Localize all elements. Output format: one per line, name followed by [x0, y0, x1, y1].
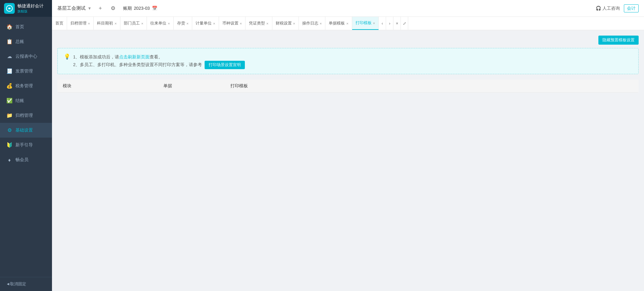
sidebar: 畅捷通好会计 旗舰版 🏠首页📋总账☁云报表中心🧾发票管理💰税务管理✅结账📁归档管…: [0, 0, 52, 291]
nav-label-guide: 新手引导: [15, 142, 33, 148]
refresh-link[interactable]: 点击刷新新页面: [119, 54, 150, 59]
topbar: 基层工会测试 ▼ ＋ ⚙ 账期 2023-03 📅 🎧 人工咨询 会计: [52, 0, 644, 17]
headset-icon: 🎧: [596, 6, 601, 11]
nav-icon-checkout: ✅: [6, 97, 13, 104]
org-name: 基层工会测试: [57, 5, 86, 11]
tab-label: 凭证类型: [249, 20, 265, 26]
sidebar-unpin[interactable]: ◄取消固定: [0, 277, 52, 291]
period-value: 2023-03: [134, 6, 150, 11]
nav-label-ledger: 总账: [15, 39, 24, 45]
tab-close-btn[interactable]: ×: [240, 21, 242, 26]
sidebar-item-guide[interactable]: 🔰新手引导: [0, 138, 52, 152]
hide-template-btn[interactable]: 隐藏预置模板设置: [598, 36, 639, 45]
tab-close-btn[interactable]: ×: [114, 21, 116, 26]
tab-部门员工[interactable]: 部门员工 ×: [120, 17, 147, 30]
tab-close-btn[interactable]: ×: [213, 21, 215, 26]
tab-label: 操作日志: [302, 20, 318, 26]
tab-scroll-left-btn[interactable]: ‹: [379, 17, 386, 30]
nav-icon-member: ♦: [6, 156, 13, 163]
tab-label: 首页: [55, 20, 63, 26]
action-bar: 隐藏预置模板设置: [57, 36, 639, 45]
nav-label-invoice: 发票管理: [15, 68, 33, 74]
nav-icon-archive: 📁: [6, 112, 13, 119]
tip-box: 💡 1、模板添加成功后，请点击刷新新页面查看。 2、多员工、多打印机、多种业务类…: [57, 48, 639, 74]
nav-icon-guide: 🔰: [6, 142, 13, 148]
tab-label: 币种设置: [222, 20, 238, 26]
tab-expand-btn[interactable]: ⤢: [401, 17, 408, 30]
sidebar-item-archive[interactable]: 📁归档管理: [0, 108, 52, 123]
tab-凭证类型[interactable]: 凭证类型 ×: [246, 17, 272, 30]
tab-close-btn[interactable]: ×: [346, 21, 348, 26]
tab-往来单位[interactable]: 往来单位 ×: [147, 17, 173, 30]
kuaiji-badge[interactable]: 会计: [624, 4, 639, 12]
tip-line2: 2、多员工、多打印机、多种业务类型设置不同打印方案等，请参考 打印场景设置宣明: [73, 61, 245, 69]
tip-line1: 1、模板添加成功后，请点击刷新新页面查看。: [73, 53, 245, 61]
tab-close-all-btn[interactable]: ×: [393, 17, 401, 30]
tab-close-btn[interactable]: ×: [168, 21, 170, 26]
nav-label-basic-settings: 基础设置: [15, 127, 33, 133]
nav-icon-cloud-report: ☁: [6, 53, 13, 60]
tab-close-btn[interactable]: ×: [186, 21, 189, 26]
tip-row: 💡 1、模板添加成功后，请点击刷新新页面查看。 2、多员工、多打印机、多种业务类…: [64, 53, 632, 69]
topbar-right: 🎧 人工咨询 会计: [596, 4, 639, 12]
period-label: 账期: [123, 5, 132, 11]
tab-close-btn[interactable]: ×: [266, 21, 268, 26]
content-area: 隐藏预置模板设置 💡 1、模板添加成功后，请点击刷新新页面查看。 2、多员工、多…: [52, 30, 644, 291]
tab-计量单位[interactable]: 计量单位 ×: [192, 17, 219, 30]
nav-label-member: 畅会员: [15, 157, 29, 163]
tab-label: 存货: [177, 20, 185, 26]
tab-label: 打印模板: [356, 20, 372, 26]
tab-label: 往来单位: [150, 20, 166, 26]
tabs-bar: 首页归档管理 ×科目期初 ×部门员工 ×往来单位 ×存货 ×计量单位 ×币种设置…: [52, 17, 644, 30]
tab-label: 计量单位: [196, 20, 212, 26]
tab-label: 归档管理: [70, 20, 87, 26]
add-tab-btn[interactable]: ＋: [96, 4, 105, 13]
tab-归档管理[interactable]: 归档管理 ×: [67, 17, 94, 30]
org-selector[interactable]: 基层工会测试 ▼: [57, 5, 92, 11]
topbar-actions: ＋ ⚙: [96, 4, 118, 13]
print-scene-btn[interactable]: 打印场景设置宣明: [205, 61, 245, 69]
tab-close-btn[interactable]: ×: [293, 21, 295, 26]
sidebar-item-basic-settings[interactable]: ⚙基础设置: [0, 123, 52, 138]
sidebar-item-cloud-report[interactable]: ☁云报表中心: [0, 49, 52, 64]
period-selector[interactable]: 账期 2023-03 📅: [123, 5, 157, 11]
sidebar-item-member[interactable]: ♦畅会员: [0, 152, 52, 167]
human-service-btn[interactable]: 🎧 人工咨询: [596, 5, 620, 11]
tab-label: 科目期初: [97, 20, 113, 26]
tab-币种设置[interactable]: 币种设置 ×: [219, 17, 246, 30]
tab-单据模板[interactable]: 单据模板 ×: [325, 17, 352, 30]
tab-打印模板[interactable]: 打印模板 ×: [352, 17, 379, 30]
bulb-icon: 💡: [64, 53, 70, 60]
tab-财税设置[interactable]: 财税设置 ×: [272, 17, 299, 30]
tab-close-btn[interactable]: ×: [141, 21, 143, 26]
sidebar-item-checkout[interactable]: ✅结账: [0, 93, 52, 108]
sidebar-item-tax[interactable]: 💰税务管理: [0, 79, 52, 93]
tab-科目期初[interactable]: 科目期初 ×: [94, 17, 120, 30]
print-template-table: 模块 单据 打印模板: [57, 80, 639, 93]
tab-首页[interactable]: 首页: [52, 17, 67, 30]
human-service-label: 人工咨询: [602, 5, 620, 11]
tab-存货[interactable]: 存货 ×: [174, 17, 192, 30]
tab-close-btn[interactable]: ×: [373, 21, 375, 25]
sidebar-nav: 🏠首页📋总账☁云报表中心🧾发票管理💰税务管理✅结账📁归档管理⚙基础设置🔰新手引导…: [0, 17, 52, 277]
tab-close-btn[interactable]: ×: [88, 21, 90, 26]
tab-操作日志[interactable]: 操作日志 ×: [299, 17, 325, 30]
nav-icon-ledger: 📋: [6, 38, 13, 45]
nav-label-checkout: 结账: [15, 98, 24, 104]
sidebar-item-ledger[interactable]: 📋总账: [0, 34, 52, 49]
settings-btn[interactable]: ⚙: [108, 4, 118, 13]
tab-close-btn[interactable]: ×: [320, 21, 322, 26]
sidebar-item-invoice[interactable]: 🧾发票管理: [0, 64, 52, 79]
nav-label-tax: 税务管理: [15, 83, 33, 89]
tab-scroll-right-btn[interactable]: ›: [386, 17, 393, 30]
tab-label: 财税设置: [276, 20, 292, 26]
nav-label-cloud-report: 云报表中心: [15, 53, 37, 59]
sidebar-item-home[interactable]: 🏠首页: [0, 19, 52, 34]
main-area: 基层工会测试 ▼ ＋ ⚙ 账期 2023-03 📅 🎧 人工咨询 会计 首页归档…: [52, 0, 644, 291]
tab-label: 单据模板: [329, 20, 345, 26]
calendar-icon: 📅: [152, 6, 157, 11]
nav-label-home: 首页: [15, 24, 24, 30]
nav-icon-tax: 💰: [6, 83, 13, 89]
nav-label-archive: 归档管理: [15, 112, 33, 118]
app-name: 畅捷通好会计 旗舰版: [17, 3, 44, 13]
